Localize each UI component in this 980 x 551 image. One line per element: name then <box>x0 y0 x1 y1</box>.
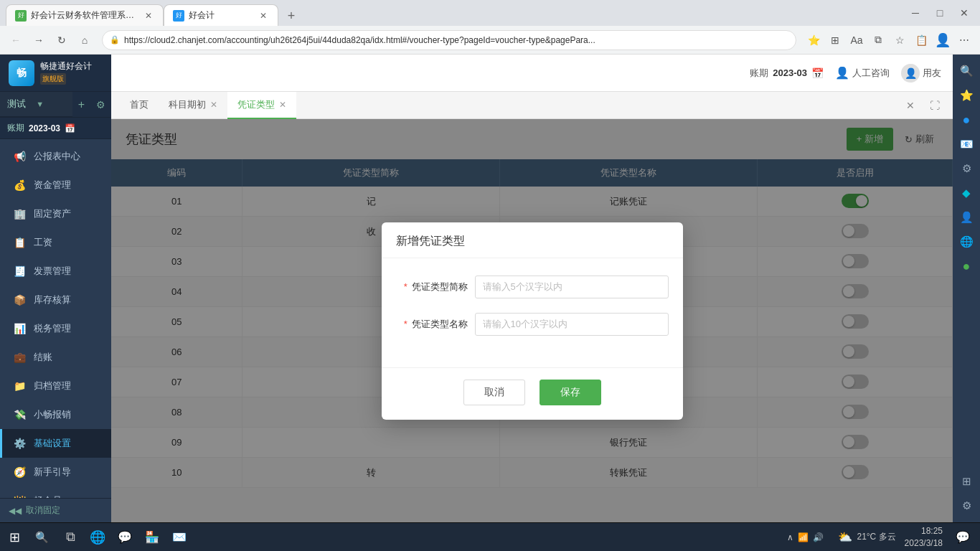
header-period-icon[interactable]: 📅 <box>811 67 824 79</box>
modal-body: * 凭证类型简称 * 凭证类型名称 <box>382 258 683 367</box>
rp-star-btn[interactable]: ⭐ <box>956 85 977 106</box>
browser-tab-2[interactable]: 好 好会计 ✕ <box>164 4 278 26</box>
rp-globe-btn[interactable]: 🌐 <box>956 231 977 253</box>
save-btn[interactable]: 保存 <box>540 380 601 405</box>
tab-subject-init[interactable]: 科目期初 ✕ <box>159 92 227 119</box>
rp-mail-btn[interactable]: 📧 <box>956 133 977 155</box>
notification-btn[interactable]: 💬 <box>951 523 974 552</box>
main-content: 账期 2023-03 📅 👤 人工咨询 👤 用友 首页 科目期初 <box>111 55 953 522</box>
required-mark-abbr: * <box>404 281 407 292</box>
sidebar-item-member[interactable]: 👑 畅会员 <box>0 486 111 498</box>
sidebar-item-fixed-assets[interactable]: 🏢 固定资产 <box>0 199 111 228</box>
inventory-icon: 📦 <box>12 293 27 307</box>
rp-search-btn[interactable]: 🔍 <box>956 60 977 82</box>
tab-close-2[interactable]: ✕ <box>258 10 269 22</box>
sidebar-item-inventory[interactable]: 📦 库存核算 <box>0 286 111 314</box>
close-window-btn[interactable]: ✕ <box>954 3 974 23</box>
tab-voucher-type[interactable]: 凭证类型 ✕ <box>227 92 296 119</box>
taskbar-item-store[interactable]: 🏪 <box>139 524 165 550</box>
tab-voucher-type-close[interactable]: ✕ <box>279 100 286 110</box>
reload-btn[interactable]: ↻ <box>52 30 72 50</box>
sidebar-item-invoice[interactable]: 🧾 发票管理 <box>0 257 111 286</box>
taskbar-item-view[interactable]: ⧉ <box>57 524 83 550</box>
browser-chrome: 好 好会计云财务软件管理系统_会计 ✕ 好 好会计 ✕ + ─ □ ✕ ← → … <box>0 0 980 55</box>
cancel-btn[interactable]: 取消 <box>463 380 525 405</box>
start-btn[interactable]: ⊞ <box>0 523 29 552</box>
weather-text: 21°C 多云 <box>857 531 895 543</box>
sidebar-item-label-archive: 归档管理 <box>34 380 71 392</box>
back-btn[interactable]: ← <box>6 30 26 50</box>
sidebar-item-settlement[interactable]: 💼 结账 <box>0 343 111 372</box>
sidebar-item-announcement[interactable]: 📢 公报表中心 <box>0 142 111 171</box>
add-to-fav-btn[interactable]: ⊞ <box>825 30 845 50</box>
home-btn[interactable]: ⌂ <box>75 30 95 50</box>
sidebar-item-expense[interactable]: 💸 小畅报销 <box>0 400 111 429</box>
form-label-name: * 凭证类型名称 <box>396 318 468 331</box>
sidebar-item-guide[interactable]: 🧭 新手引导 <box>0 458 111 486</box>
form-row-name: * 凭证类型名称 <box>396 313 669 336</box>
taskbar-item-mail[interactable]: ✉️ <box>166 524 192 550</box>
taskbar-up-arrow[interactable]: ∧ <box>787 532 793 542</box>
rp-user-btn[interactable]: 👤 <box>956 207 977 228</box>
input-voucher-name[interactable] <box>475 313 669 336</box>
rp-grid-btn[interactable]: ⊞ <box>956 471 977 492</box>
header-period: 账期 2023-03 📅 <box>750 67 824 80</box>
browser-tab-1[interactable]: 好 好会计云财务软件管理系统_会计 ✕ <box>6 4 164 26</box>
content-maximize-btn[interactable]: ⛶ <box>925 96 944 115</box>
profile-btn[interactable]: 👤 <box>933 30 953 50</box>
rp-green-btn[interactable]: ● <box>956 255 977 277</box>
more-btn[interactable]: ⋯ <box>954 30 974 50</box>
sidebar-item-settings[interactable]: ⚙️ 基础设置 <box>0 429 111 458</box>
address-bar[interactable]: 🔒 https://cloud2.chanjet.com/accounting/… <box>102 30 796 50</box>
tab-subject-init-label: 科目期初 <box>169 98 206 111</box>
rp-diamond-btn[interactable]: ◆ <box>956 182 977 204</box>
announcement-icon: 📢 <box>12 149 27 164</box>
tab-close-1[interactable]: ✕ <box>143 10 154 22</box>
sidebar-item-tax[interactable]: 📊 税务管理 <box>0 314 111 343</box>
sidebar: 畅 畅捷通好会计 旗舰版 测试 ▼ + ⚙ 账期 2023-03 📅 📢 公报表… <box>0 55 111 522</box>
tab-home[interactable]: 首页 <box>120 92 159 119</box>
taskbar-item-edge[interactable]: 🌐 <box>85 524 110 550</box>
taskbar-search-btn[interactable]: 🔍 <box>29 524 55 550</box>
modal-header: 新增凭证类型 <box>382 222 683 258</box>
rp-gear-btn[interactable]: ⚙ <box>956 158 977 179</box>
rp-settings-btn[interactable]: ⚙ <box>956 495 977 517</box>
restore-window-btn[interactable]: □ <box>930 3 950 23</box>
invoice-icon: 🧾 <box>12 264 27 278</box>
sidebar-logo: 畅 畅捷通好会计 旗舰版 <box>0 55 111 92</box>
help-btn[interactable]: 👤 人工咨询 <box>835 66 890 80</box>
new-tab-button[interactable]: + <box>281 6 301 26</box>
taskbar-item-chat[interactable]: 💬 <box>112 524 138 550</box>
fav-btn[interactable]: ☆ <box>890 30 910 50</box>
workspace-add-btn[interactable]: + <box>72 98 90 111</box>
extensions-btn[interactable]: ⭐ <box>804 30 824 50</box>
sidebar-item-archive[interactable]: 📁 归档管理 <box>0 372 111 400</box>
sidebar-item-fund[interactable]: 💰 资金管理 <box>0 171 111 199</box>
browser-controls: ← → ↻ ⌂ 🔒 https://cloud2.chanjet.com/acc… <box>0 26 980 55</box>
collections-btn[interactable]: 📋 <box>911 30 931 50</box>
split-screen-btn[interactable]: ⧉ <box>868 30 888 50</box>
workspace-selector[interactable]: 测试 ▼ <box>0 92 72 117</box>
payroll-icon: 📋 <box>12 235 27 250</box>
input-voucher-abbr[interactable] <box>475 276 669 298</box>
user-avatar: 👤 <box>901 64 920 83</box>
forward-btn[interactable]: → <box>29 30 49 50</box>
tab-subject-init-close[interactable]: ✕ <box>210 100 217 110</box>
user-label: 用友 <box>923 67 941 80</box>
period-calendar-icon[interactable]: 📅 <box>65 123 75 133</box>
logo-name: 畅捷通好会计 <box>40 61 92 72</box>
sidebar-item-label-settlement: 结账 <box>34 351 52 364</box>
user-btn[interactable]: 👤 用友 <box>901 64 941 83</box>
workspace-settings-btn[interactable]: ⚙ <box>90 99 111 110</box>
content-minimize-btn[interactable]: ✕ <box>901 96 920 115</box>
reading-mode-btn[interactable]: Aa <box>847 30 867 50</box>
rp-circle-btn[interactable]: ● <box>956 109 977 131</box>
label-text-abbr: 凭证类型简称 <box>412 281 468 292</box>
settlement-icon: 💼 <box>12 350 27 364</box>
header-period-value: 2023-03 <box>773 67 807 78</box>
guide-icon: 🧭 <box>12 465 27 479</box>
sidebar-unpin-btn[interactable]: ◀◀ 取消固定 <box>0 498 111 522</box>
minimize-window-btn[interactable]: ─ <box>905 3 925 23</box>
period-bar: 账期 2023-03 📅 <box>0 118 111 139</box>
sidebar-item-payroll[interactable]: 📋 工资 <box>0 228 111 257</box>
